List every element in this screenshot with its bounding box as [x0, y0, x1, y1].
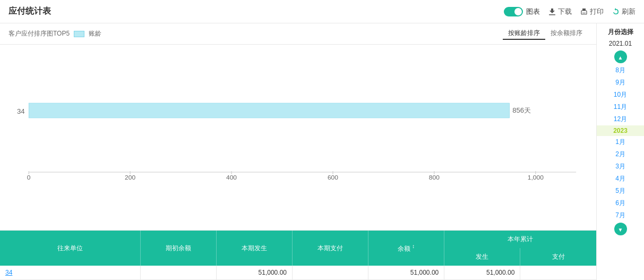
chart-toggle-wrap[interactable]: 图表: [504, 7, 540, 16]
refresh-icon: [612, 8, 620, 15]
chart-legend: 客户应付排序图TOP5 账龄: [8, 29, 101, 38]
bar-chart-svg: 34 856天 0 200 400 600 800 1,000: [8, 50, 588, 188]
svg-rect-2: [582, 9, 586, 11]
month-item-5[interactable]: 5月: [597, 185, 644, 197]
chart-toggle-label: 图表: [526, 7, 540, 16]
cell-ytd-payment: [520, 266, 596, 280]
month-list: 8月 9月 10月 11月 12月 2023 1月 2月 3月 4月 5月 6月…: [597, 64, 644, 222]
table-wrap: 往来单位 期初余额 本期发生 本期支付 余额 ↕ 本年累计: [0, 231, 596, 280]
chevron-down-icon: [618, 225, 623, 233]
legend-box: [74, 31, 84, 37]
col-occurrence-header: 本期发生: [216, 231, 292, 266]
month-item-11[interactable]: 11月: [597, 101, 644, 113]
svg-text:0: 0: [27, 174, 31, 180]
legend-text: 客户应付排序图TOP5: [8, 29, 70, 38]
scroll-down-button[interactable]: [614, 223, 627, 235]
summary-table: 往来单位 期初余额 本期发生 本期支付 余额 ↕ 本年累计: [0, 231, 596, 280]
svg-text:800: 800: [429, 174, 440, 180]
sort-by-balance-button[interactable]: 按余额排序: [545, 28, 588, 40]
svg-rect-1: [581, 11, 587, 14]
month-item-9[interactable]: 9月: [597, 77, 644, 89]
cell-payment: [292, 266, 368, 280]
chart-top-bar: 客户应付排序图TOP5 账龄 按账龄排序 按余额排序: [0, 23, 596, 45]
svg-rect-3: [582, 13, 586, 13]
svg-text:856天: 856天: [512, 107, 531, 114]
month-item-1[interactable]: 1月: [597, 136, 644, 148]
download-icon: [548, 8, 556, 15]
svg-rect-5: [29, 103, 510, 118]
svg-text:200: 200: [125, 174, 135, 180]
month-item-4[interactable]: 4月: [597, 173, 644, 185]
cell-ytd-occurrence: 51,000.00: [444, 266, 520, 280]
chart-area: 34 856天 0 200 400 600 800 1,000: [0, 45, 596, 230]
page-title: 应付统计表: [8, 6, 51, 17]
scroll-up-button[interactable]: [614, 50, 627, 63]
toggle-knob: [514, 8, 522, 15]
cell-occurrence: 51,000.00: [216, 266, 292, 280]
svg-text:34: 34: [17, 108, 25, 115]
chart-sort-buttons: 按账龄排序 按余额排序: [503, 28, 588, 40]
chevron-up-icon: [618, 53, 623, 61]
sort-by-amount-button[interactable]: 按账龄排序: [503, 28, 545, 40]
cell-opening-balance: [140, 266, 216, 280]
month-item-6[interactable]: 6月: [597, 197, 644, 209]
print-button[interactable]: 打印: [580, 7, 604, 16]
print-icon: [580, 8, 588, 15]
legend-box-label: 账龄: [89, 29, 101, 38]
refresh-button[interactable]: 刷新: [612, 7, 636, 16]
svg-text:600: 600: [328, 174, 338, 180]
month-item-3[interactable]: 3月: [597, 160, 644, 173]
month-item-12[interactable]: 12月: [597, 113, 644, 125]
month-item-2[interactable]: 2月: [597, 148, 644, 160]
svg-rect-0: [549, 14, 555, 15]
download-label: 下载: [558, 7, 572, 16]
col-unit-header: 往来单位: [0, 231, 140, 266]
sidebar-title: 月份选择: [608, 26, 633, 39]
col-opening-header: 期初余额: [140, 231, 216, 266]
right-sidebar: 月份选择 2021.01 8月 9月 10月 11月 12月 2023 1月 2…: [596, 23, 644, 280]
month-item-10[interactable]: 10月: [597, 89, 644, 101]
col-ytd-occurrence-header: 发生: [444, 248, 520, 266]
month-item-8[interactable]: 8月: [597, 64, 644, 77]
refresh-label: 刷新: [622, 7, 636, 16]
cell-unit[interactable]: 34: [0, 266, 140, 280]
svg-text:400: 400: [226, 174, 237, 180]
header-actions: 图表 下载 打印 刷新: [504, 7, 636, 16]
print-label: 打印: [590, 7, 604, 16]
data-table-section: 往来单位 期初余额 本期发生 本期支付 余额 ↕ 本年累计: [0, 230, 596, 280]
download-button[interactable]: 下载: [548, 7, 572, 16]
cell-balance: 51,000.00: [368, 266, 444, 280]
col-balance-header: 余额 ↕: [368, 231, 444, 266]
col-ytd-payment-header: 支付: [520, 248, 596, 266]
col-ytd-group-header: 本年累计: [444, 231, 596, 248]
month-item-7[interactable]: 7月: [597, 209, 644, 222]
chart-toggle[interactable]: [504, 7, 523, 16]
table-row: 34 51,000.00 51,000.00 51,000.00: [0, 266, 596, 280]
sidebar-year: 2021.01: [609, 39, 632, 49]
svg-text:1,000: 1,000: [528, 174, 544, 180]
col-payment-header: 本期支付: [292, 231, 368, 266]
year-divider-2023: 2023: [597, 125, 644, 136]
